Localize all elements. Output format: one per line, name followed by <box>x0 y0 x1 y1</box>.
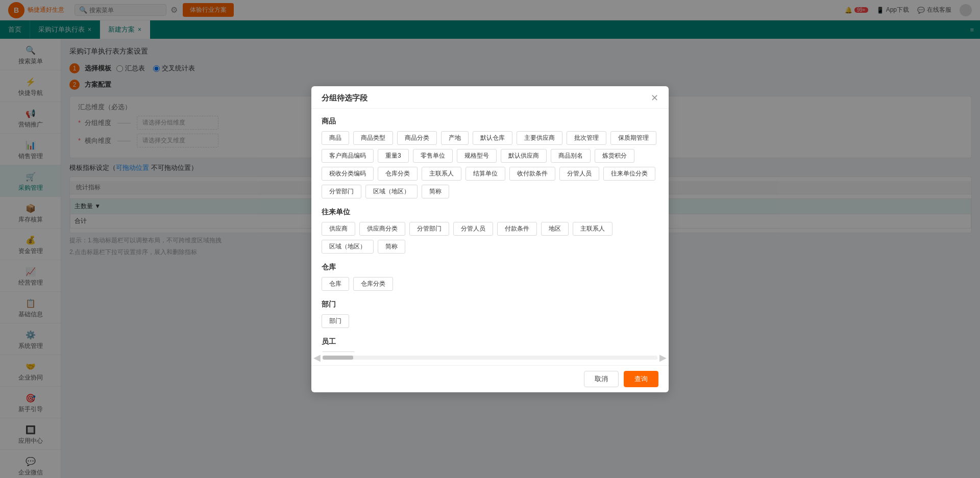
field-tag[interactable]: 主联系人 <box>573 222 612 236</box>
modal-footer: 取消 查询 <box>311 365 669 392</box>
field-tag[interactable]: 分管部门 <box>322 185 361 198</box>
field-select-modal: 分组待选字段 ✕ 商品 商品 商品类型 商品分类 产地 默认仓库 主要供应商 批… <box>311 86 669 392</box>
group-title-warehouse: 仓库 <box>322 263 658 272</box>
field-tag[interactable]: 分管人员 <box>559 167 599 181</box>
scroll-right-icon[interactable]: ▶ <box>659 352 667 363</box>
modal-overlay: 分组待选字段 ✕ 商品 商品 商品类型 商品分类 产地 默认仓库 主要供应商 批… <box>0 0 980 478</box>
field-tag[interactable]: 商品类型 <box>353 131 393 145</box>
modal-body: 商品 商品 商品类型 商品分类 产地 默认仓库 主要供应商 批次管理 保质期管理… <box>311 109 669 352</box>
field-group-employee: 员工 业务员 <box>322 337 658 352</box>
field-tag[interactable]: 重量3 <box>378 149 409 163</box>
field-tag[interactable]: 区域（地区） <box>365 185 418 198</box>
confirm-button[interactable]: 查询 <box>624 371 658 387</box>
field-tag[interactable]: 简称 <box>422 185 449 198</box>
field-group-warehouse: 仓库 仓库 仓库分类 <box>322 263 658 291</box>
field-tags-partner: 供应商 供应商分类 分管部门 分管人员 付款条件 地区 主联系人 区域（地区） … <box>322 222 658 254</box>
field-tag[interactable]: 批次管理 <box>567 131 606 145</box>
field-tag[interactable]: 收付款条件 <box>509 167 555 181</box>
field-group-product: 商品 商品 商品类型 商品分类 产地 默认仓库 主要供应商 批次管理 保质期管理… <box>322 117 658 198</box>
field-tag[interactable]: 主联系人 <box>422 167 461 181</box>
field-tag[interactable]: 仓库分类 <box>353 277 393 291</box>
field-tag[interactable]: 区域（地区） <box>322 240 374 254</box>
field-tag[interactable]: 分管部门 <box>409 222 449 236</box>
field-tag[interactable]: 结算单位 <box>465 167 505 181</box>
hscroll-thumb[interactable] <box>323 356 353 360</box>
field-tag[interactable]: 供应商分类 <box>359 222 405 236</box>
field-tag[interactable]: 简称 <box>378 240 405 254</box>
field-tag[interactable]: 默认仓库 <box>473 131 512 145</box>
field-tag[interactable]: 商品分类 <box>397 131 437 145</box>
group-title-product: 商品 <box>322 117 658 126</box>
field-tag[interactable]: 地区 <box>541 222 569 236</box>
field-tag[interactable]: 炼货积分 <box>595 149 634 163</box>
group-title-employee: 员工 <box>322 337 658 346</box>
field-group-dept: 部门 部门 <box>322 300 658 328</box>
field-tag[interactable]: 商品别名 <box>551 149 591 163</box>
field-tag[interactable]: 往来单位分类 <box>603 167 655 181</box>
scroll-left-icon[interactable]: ◀ <box>313 352 321 363</box>
field-tag[interactable]: 部门 <box>322 314 349 328</box>
modal-title: 分组待选字段 <box>322 93 368 103</box>
field-tag[interactable]: 保质期管理 <box>610 131 656 145</box>
field-tag[interactable]: 付款条件 <box>497 222 537 236</box>
field-tags-dept: 部门 <box>322 314 658 328</box>
field-tag[interactable]: 税收分类编码 <box>322 167 374 181</box>
cancel-button[interactable]: 取消 <box>584 371 619 387</box>
group-title-partner: 往来单位 <box>322 208 658 217</box>
modal-close-icon[interactable]: ✕ <box>651 93 658 103</box>
modal-hscroll: ◀ ▶ <box>311 352 669 365</box>
field-group-partner: 往来单位 供应商 供应商分类 分管部门 分管人员 付款条件 地区 主联系人 区域… <box>322 208 658 254</box>
field-tag[interactable]: 产地 <box>441 131 469 145</box>
group-title-dept: 部门 <box>322 300 658 309</box>
modal-header: 分组待选字段 ✕ <box>311 86 669 109</box>
field-tags-product: 商品 商品类型 商品分类 产地 默认仓库 主要供应商 批次管理 保质期管理 客户… <box>322 131 658 198</box>
field-tag[interactable]: 仓库 <box>322 277 349 291</box>
field-tag[interactable]: 零售单位 <box>413 149 453 163</box>
field-tag[interactable]: 主要供应商 <box>517 131 562 145</box>
field-tag[interactable]: 仓库分类 <box>378 167 418 181</box>
field-tag[interactable]: 默认供应商 <box>501 149 547 163</box>
field-tag[interactable]: 商品 <box>322 131 349 145</box>
field-tag[interactable]: 分管人员 <box>453 222 493 236</box>
field-tag[interactable]: 规格型号 <box>457 149 497 163</box>
field-tag[interactable]: 客户商品编码 <box>322 149 374 163</box>
field-tags-warehouse: 仓库 仓库分类 <box>322 277 658 291</box>
field-tag[interactable]: 供应商 <box>322 222 355 236</box>
